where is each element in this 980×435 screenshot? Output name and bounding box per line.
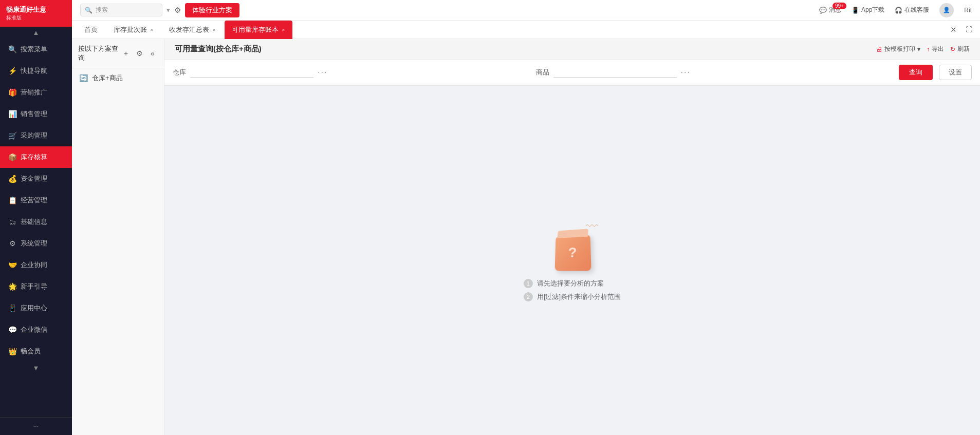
sidebar-item-apps[interactable]: 📱应用中心 xyxy=(0,297,72,319)
sidebar-item-coop[interactable]: 🤝企业协同 xyxy=(0,254,72,276)
sidebar-label-system: 系统管理 xyxy=(21,239,47,248)
inventory-icon: 📦 xyxy=(8,153,16,161)
sidebar-item-guide[interactable]: 🌟新手引导 xyxy=(0,276,72,297)
settings-btn[interactable]: 设置 xyxy=(939,65,972,80)
tab-batch[interactable]: 库存批次账× xyxy=(106,21,161,39)
sidebar-label-basic: 基础信息 xyxy=(21,217,47,226)
filter-header-icons: + ⚙ « xyxy=(121,48,158,59)
finance-icon: 💰 xyxy=(8,175,16,183)
topbar-chevron-icon[interactable]: ▾ xyxy=(167,6,170,14)
sidebar-item-system[interactable]: ⚙系统管理 xyxy=(0,233,72,254)
tab-close-summary[interactable]: × xyxy=(212,27,215,33)
tabs-close-btn[interactable]: ✕ xyxy=(947,24,959,36)
product-label: 商品 xyxy=(536,68,549,77)
tabs-right: ✕ ⛶ xyxy=(947,24,975,36)
content-area: 按以下方案查询 + ⚙ « 🔄仓库+商品 可用量查询(按仓库+商品) 🖨 xyxy=(72,39,980,435)
tab-label-available: 可用量库存账本 xyxy=(232,25,279,34)
app-label: App下载 xyxy=(861,6,884,14)
warehouse-label: 仓库 xyxy=(173,68,186,77)
filter-gear-icon: ⚙ xyxy=(136,49,143,58)
industry-btn[interactable]: 体验行业方案 xyxy=(185,3,239,17)
topbar-right: 💬 消息 99+ 📱 App下载 🎧 在线客服 👤 Rit xyxy=(819,3,972,17)
shortcut-icon: ⚡ xyxy=(8,67,16,75)
tab-label-batch: 库存批次账 xyxy=(114,25,147,34)
filter-panel: 按以下方案查询 + ⚙ « 🔄仓库+商品 xyxy=(72,39,164,435)
warehouse-dots[interactable]: ··· xyxy=(318,68,327,77)
coop-icon: 🤝 xyxy=(8,261,16,269)
topbar-gear-icon[interactable]: ⚙ xyxy=(174,6,181,15)
sidebar-item-sales[interactable]: 📊销售管理 xyxy=(0,103,72,125)
tab-close-available[interactable]: × xyxy=(282,27,285,33)
topbar-search[interactable]: 🔍 搜索 xyxy=(80,4,162,16)
product-dots[interactable]: ··· xyxy=(681,68,691,77)
sidebar-label-sales: 销售管理 xyxy=(21,109,47,119)
topbar-service[interactable]: 🎧 在线客服 xyxy=(895,6,929,14)
search-icon: 🔍 xyxy=(8,45,16,53)
scroll-down-btn[interactable]: ▼ xyxy=(0,362,72,374)
refresh-label: 刷新 xyxy=(957,45,970,53)
tab-home[interactable]: 首页 xyxy=(77,21,105,39)
refresh-btn[interactable]: ↻ 刷新 xyxy=(950,45,970,53)
query-bar: 仓库 ··· 商品 ··· 查询 设置 xyxy=(164,60,980,86)
app-logo: 畅康通好生意 标准版 xyxy=(0,0,72,27)
export-icon: ↑ xyxy=(927,46,930,53)
sidebar-item-basic[interactable]: 🗂基础信息 xyxy=(0,211,72,233)
sales-icon: 📊 xyxy=(8,110,16,118)
app-edition: 标准版 xyxy=(6,14,66,22)
sidebar-item-member[interactable]: 👑畅会员 xyxy=(0,341,72,362)
topbar-app-download[interactable]: 📱 App下载 xyxy=(852,6,884,14)
export-btn[interactable]: ↑ 导出 xyxy=(927,45,944,53)
sidebar-scroll: ▲ 🔍搜索菜单⚡快捷导航🎁营销推广📊销售管理🛒采购管理📦库存核算💰资金管理📋经营… xyxy=(0,27,72,417)
filter-collapse-btn[interactable]: « xyxy=(147,48,158,59)
tab-label-summary: 收发存汇总表 xyxy=(169,25,209,34)
main-area: 🔍 搜索 ▾ ⚙ 体验行业方案 💬 消息 99+ 📱 App下载 🎧 在线客服 … xyxy=(72,0,980,435)
operation-icon: 📋 xyxy=(8,196,16,204)
product-input[interactable] xyxy=(553,67,677,78)
scroll-up-btn[interactable]: ▲ xyxy=(0,27,72,39)
filter-add-btn[interactable]: + xyxy=(121,48,131,59)
main-right: 可用量查询(按仓库+商品) 🖨 按模板打印 ▾ ↑ 导出 ↻ 刷新 xyxy=(164,39,980,435)
tab-label-home: 首页 xyxy=(84,25,98,34)
basic-icon: 🗂 xyxy=(8,218,16,226)
filter-settings-btn[interactable]: ⚙ xyxy=(134,48,144,59)
filter-header-label: 按以下方案查询 xyxy=(78,44,121,63)
page-title-bar: 可用量查询(按仓库+商品) 🖨 按模板打印 ▾ ↑ 导出 ↻ 刷新 xyxy=(164,39,980,60)
sidebar-label-apps: 应用中心 xyxy=(21,304,47,313)
tab-close-batch[interactable]: × xyxy=(150,27,153,33)
search-icon: 🔍 xyxy=(85,7,93,14)
sidebar-item-search[interactable]: 🔍搜索菜单 xyxy=(0,39,72,60)
sidebar-label-member: 畅会员 xyxy=(21,347,41,356)
wechat-icon: 💬 xyxy=(8,326,16,334)
topbar-message[interactable]: 💬 消息 99+ xyxy=(819,6,841,14)
app-name: 畅康通好生意 xyxy=(6,5,66,14)
warehouse-input[interactable] xyxy=(190,67,313,78)
user-avatar: 👤 xyxy=(939,3,954,17)
sidebar-item-wechat[interactable]: 💬企业微信 xyxy=(0,319,72,341)
empty-box xyxy=(554,234,591,271)
filter-item-label-warehouse-product: 仓库+商品 xyxy=(92,73,123,83)
sidebar-item-finance[interactable]: 💰资金管理 xyxy=(0,168,72,190)
tab-summary[interactable]: 收发存汇总表× xyxy=(162,21,223,39)
guide-icon: 🌟 xyxy=(8,282,16,291)
sidebar-item-marketing[interactable]: 🎁营销推广 xyxy=(0,82,72,103)
sidebar-item-operation[interactable]: 📋经营管理 xyxy=(0,190,72,211)
empty-tip-1: 1请先选择要分析的方案 xyxy=(524,279,621,288)
sidebar-item-shortcut[interactable]: ⚡快捷导航 xyxy=(0,60,72,82)
sidebar-label-finance: 资金管理 xyxy=(21,174,47,183)
query-btn[interactable]: 查询 xyxy=(899,65,933,80)
filter-item-icon-warehouse-product: 🔄 xyxy=(79,74,88,82)
tab-available[interactable]: 可用量库存账本× xyxy=(225,21,292,39)
warehouse-field: 仓库 ··· xyxy=(173,67,530,78)
print-label: 按模板打印 xyxy=(884,45,915,53)
sidebar-item-purchase[interactable]: 🛒采购管理 xyxy=(0,125,72,146)
sidebar: 畅康通好生意 标准版 ▲ 🔍搜索菜单⚡快捷导航🎁营销推广📊销售管理🛒采购管理📦库… xyxy=(0,0,72,435)
print-chevron-icon: ▾ xyxy=(917,46,920,53)
tabs-expand-btn[interactable]: ⛶ xyxy=(963,24,975,36)
filter-item-warehouse-product[interactable]: 🔄仓库+商品 xyxy=(72,68,164,88)
empty-illustration: 〰 xyxy=(547,219,598,271)
export-label: 导出 xyxy=(932,45,944,53)
print-btn[interactable]: 🖨 按模板打印 ▾ xyxy=(876,45,920,53)
sidebar-item-inventory[interactable]: 📦库存核算 xyxy=(0,146,72,168)
empty-state: 〰 1请先选择要分析的方案2用[过滤]条件来缩小分析范围 xyxy=(164,86,980,435)
marketing-icon: 🎁 xyxy=(8,88,16,97)
